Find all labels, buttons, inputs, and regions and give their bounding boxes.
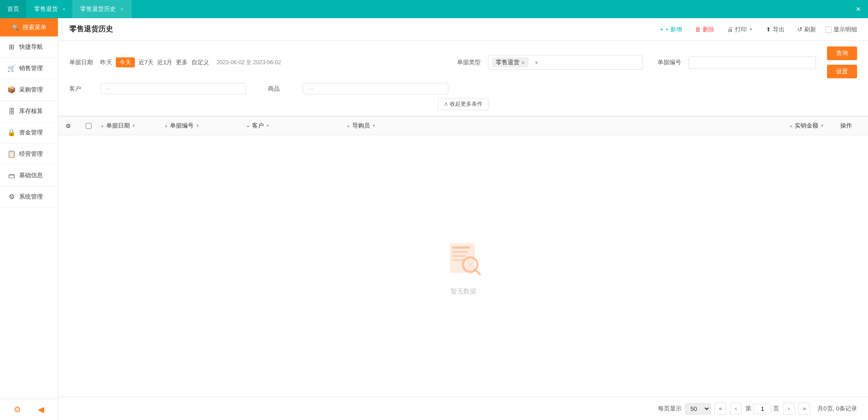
th-checkbox[interactable] bbox=[80, 123, 97, 129]
th-customer[interactable]: ▲ 客户 ▼ bbox=[242, 122, 343, 130]
th-gear[interactable]: ⚙ bbox=[62, 123, 80, 129]
bill-type-filter: 单据类型 零售退货 × ▾ bbox=[457, 55, 643, 70]
sidebar-item-finance-mgmt[interactable]: 🔒 资金管理 bbox=[0, 122, 58, 143]
sidebar-item-operations-label: 经营管理 bbox=[19, 150, 43, 158]
sidebar-item-inventory-label: 库存核算 bbox=[19, 107, 43, 115]
date-opt-7days[interactable]: 近7天 bbox=[139, 58, 154, 67]
page-input-wrap: 第 1 页 bbox=[745, 404, 779, 414]
content-area: 零售退货历史 + + 新增 🗑 删除 🖨 打印 ▼ ⬆ 导出 bbox=[58, 18, 868, 420]
sidebar: 🔍 搜索菜单 ⊞ 快捷导航 🛒 销售管理 📦 采购管理 🗄 库存核算 🔒 bbox=[0, 18, 58, 420]
next-page-button[interactable]: › bbox=[783, 403, 795, 415]
bill-type-tag-close[interactable]: × bbox=[521, 59, 525, 66]
date-range-display: 2023-06-02 至 2023-06-02 bbox=[216, 59, 281, 67]
bill-no-label: 单据编号 bbox=[657, 58, 685, 67]
last-page-button[interactable]: » bbox=[798, 403, 810, 415]
basic-icon: 🗃 bbox=[7, 171, 15, 179]
filter-area: 单据日期 昨天 今天 近7天 近1月 更多 自定义 2023-06-02 至 2… bbox=[58, 41, 868, 116]
bill-type-tag-text: 零售退货 bbox=[496, 58, 519, 67]
date-options: 昨天 今天 近7天 近1月 更多 自定义 2023-06-02 至 2023-0… bbox=[100, 57, 281, 67]
delete-label: 删除 bbox=[703, 26, 714, 34]
print-arrow-icon: ▼ bbox=[749, 27, 753, 32]
date-opt-custom[interactable]: 自定义 bbox=[191, 58, 209, 67]
date-opt-yesterday[interactable]: 昨天 bbox=[100, 58, 112, 67]
show-detail-label-text: 显示明细 bbox=[833, 26, 857, 34]
goods-label: 商品 bbox=[268, 85, 295, 93]
sort-down-amount-icon: ▼ bbox=[820, 123, 824, 128]
sidebar-item-basic-info[interactable]: 🗃 基础信息 bbox=[0, 165, 58, 186]
page-label: 第 bbox=[745, 405, 751, 413]
tab-list: 首页 零售退货 × 零售退货历史 × bbox=[0, 0, 856, 18]
th-date[interactable]: ▲ 单据日期 ▼ bbox=[97, 122, 160, 130]
date-filter-label: 单据日期 bbox=[69, 58, 97, 67]
customer-input[interactable]: ··· bbox=[100, 83, 246, 94]
date-opt-more[interactable]: 更多 bbox=[176, 58, 188, 67]
tab-retail-return-history-close[interactable]: × bbox=[120, 6, 123, 12]
print-label: 打印 bbox=[735, 26, 747, 34]
filter-row-1: 单据日期 昨天 今天 近7天 近1月 更多 自定义 2023-06-02 至 2… bbox=[69, 46, 857, 78]
bill-type-arrow: ▾ bbox=[535, 59, 538, 66]
sidebar-item-quick-nav-label: 快捷导航 bbox=[19, 43, 43, 51]
sort-up-date-icon: ▲ bbox=[100, 123, 104, 128]
sidebar-item-purchase-mgmt[interactable]: 📦 采购管理 bbox=[0, 79, 58, 101]
page-title: 零售退货历史 bbox=[69, 25, 113, 34]
print-icon: 🖨 bbox=[727, 26, 733, 33]
th-amount[interactable]: ▲ 实销金额 ▼ bbox=[434, 122, 828, 130]
th-billno[interactable]: ▲ 单据编号 ▼ bbox=[160, 122, 242, 130]
refresh-button[interactable]: ↺ 刷新 bbox=[794, 24, 820, 36]
prev-page-button[interactable]: ‹ bbox=[730, 403, 742, 415]
purchase-icon: 📦 bbox=[7, 86, 15, 94]
select-all-checkbox[interactable] bbox=[86, 123, 92, 129]
sidebar-item-finance-label: 资金管理 bbox=[19, 128, 43, 137]
export-icon: ⬆ bbox=[766, 26, 771, 33]
sidebar-item-inventory-calc[interactable]: 🗄 库存核算 bbox=[0, 101, 58, 122]
sort-down-customer-icon: ▼ bbox=[266, 123, 270, 128]
sidebar-item-quick-nav[interactable]: ⊞ 快捷导航 bbox=[0, 36, 58, 58]
setting-button[interactable]: 设置 bbox=[827, 65, 857, 78]
new-button[interactable]: + + 新增 bbox=[656, 24, 686, 36]
collapse-button[interactable]: ∧ 收起更多条件 bbox=[438, 98, 488, 110]
date-opt-1month[interactable]: 近1月 bbox=[157, 58, 172, 67]
tab-home[interactable]: 首页 bbox=[0, 0, 27, 18]
search-menu-bar[interactable]: 🔍 搜索菜单 bbox=[0, 18, 58, 36]
sidebar-item-system-mgmt[interactable]: ⚙ 系统管理 bbox=[0, 186, 58, 208]
export-button[interactable]: ⬆ 导出 bbox=[762, 24, 788, 36]
top-bar: 首页 零售退货 × 零售退货历史 × × bbox=[0, 0, 868, 18]
bill-no-input[interactable] bbox=[688, 56, 816, 69]
print-button[interactable]: 🖨 打印 ▼ bbox=[724, 24, 757, 36]
sort-up-customer-icon: ▲ bbox=[246, 123, 250, 128]
window-close-button[interactable]: × bbox=[856, 5, 868, 14]
page-size-select[interactable]: 50 100 200 bbox=[685, 403, 711, 415]
sidebar-item-operations-mgmt[interactable]: 📋 经营管理 bbox=[0, 143, 58, 165]
goods-filter: 商品 ··· bbox=[268, 83, 448, 94]
sort-down-date-icon: ▼ bbox=[132, 123, 136, 128]
empty-text: 暂无数据 bbox=[451, 287, 476, 296]
bill-type-input[interactable]: 零售退货 × ▾ bbox=[488, 55, 643, 70]
th-date-label: 单据日期 bbox=[106, 122, 130, 130]
query-button[interactable]: 查询 bbox=[827, 46, 857, 60]
gear-icon: ⚙ bbox=[66, 123, 71, 129]
delete-button[interactable]: 🗑 删除 bbox=[691, 24, 718, 36]
th-guide[interactable]: ▲ 导购员 ▼ bbox=[343, 122, 434, 130]
total-info: 共0页, 0条记录 bbox=[817, 405, 857, 413]
goods-input[interactable]: ··· bbox=[303, 83, 448, 94]
page-number-input[interactable]: 1 bbox=[753, 404, 771, 414]
collapse-sidebar-icon[interactable]: ◀ bbox=[38, 405, 44, 415]
bill-type-label: 单据类型 bbox=[457, 58, 484, 67]
system-icon: ⚙ bbox=[7, 193, 15, 201]
show-detail-checkbox[interactable] bbox=[825, 26, 832, 33]
first-page-button[interactable]: « bbox=[714, 403, 726, 415]
page-size-label: 每页显示 bbox=[658, 405, 682, 413]
date-opt-today[interactable]: 今天 bbox=[116, 57, 135, 67]
settings-bottom-icon[interactable]: ⚙ bbox=[14, 405, 21, 415]
sidebar-item-sales-mgmt[interactable]: 🛒 销售管理 bbox=[0, 58, 58, 79]
th-billno-label: 单据编号 bbox=[170, 122, 194, 130]
search-menu-label: 搜索菜单 bbox=[23, 23, 46, 31]
sidebar-bottom: ⚙ ◀ bbox=[0, 399, 58, 420]
svg-line-6 bbox=[475, 270, 480, 274]
tab-retail-return-history[interactable]: 零售退货历史 × bbox=[73, 0, 131, 18]
sort-down-guide-icon: ▼ bbox=[372, 123, 376, 128]
tab-retail-return-close[interactable]: × bbox=[62, 6, 65, 12]
tab-retail-return[interactable]: 零售退货 × bbox=[27, 0, 73, 18]
sort-up-billno-icon: ▲ bbox=[164, 123, 168, 128]
quick-nav-icon: ⊞ bbox=[7, 43, 15, 51]
